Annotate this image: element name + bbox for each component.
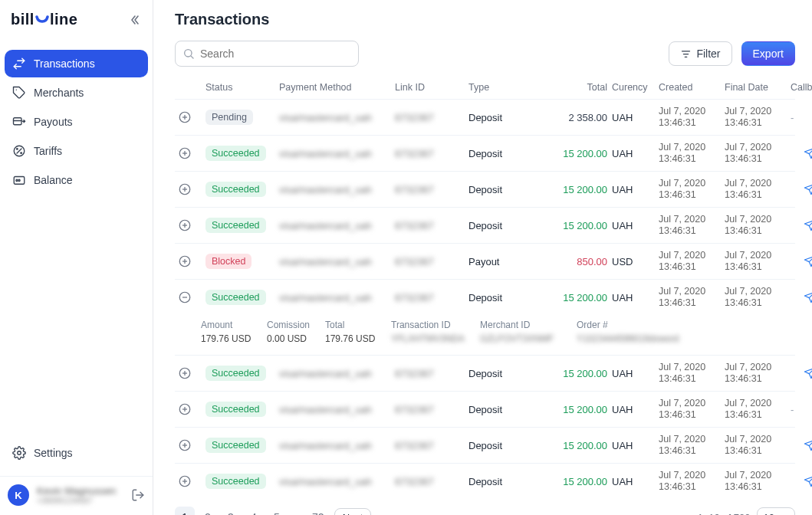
expand-row-button[interactable] (178, 474, 201, 488)
expand-row-button[interactable] (178, 402, 201, 416)
created-date: Jul 7, 202013:46:31 (659, 250, 720, 273)
collapse-sidebar-button[interactable] (128, 14, 140, 26)
type: Deposit (468, 404, 530, 415)
sidebar-item-transactions[interactable]: Transactions (5, 50, 148, 77)
col-created: Created (659, 82, 720, 93)
table-row[interactable]: Succeededvisa/mastercard_uah6732367Depos… (175, 391, 795, 427)
sidebar-item-payouts[interactable]: Payouts (5, 108, 148, 136)
col-payment-method: Payment Method (279, 82, 390, 93)
table-row[interactable]: Succeededvisa/mastercard_uah6732367Depos… (175, 207, 795, 243)
expand-row-button[interactable] (178, 110, 201, 124)
exp-val-transactionid: YFLXHTMV3NDA (391, 333, 465, 344)
app-logo: bill line (11, 11, 77, 28)
pager-page-2[interactable]: 2 (198, 507, 218, 515)
table-row[interactable]: Succeededvisa/mastercard_uah6732367Depos… (175, 171, 795, 207)
status-badge: Succeeded (205, 474, 266, 489)
sidebar-item-label: Balance (34, 174, 73, 186)
table-row[interactable]: Succeededvisa/mastercard_uah6732367Depos… (175, 427, 795, 463)
svg-line-13 (191, 56, 193, 58)
expand-row-button[interactable] (178, 290, 201, 304)
callback-button[interactable] (791, 367, 812, 379)
final-date: Jul 7, 202013:46:31 (725, 434, 786, 457)
search-wrap (175, 41, 359, 67)
table-row[interactable]: Pendingvisa/mastercard_uah6732367Deposit… (175, 99, 795, 135)
expand-row-button[interactable] (178, 218, 201, 232)
sidebar-item-tariffs[interactable]: Tariffs (5, 137, 148, 165)
table-row-expanded: Amount179.76 USDComission0.00 USDTotal17… (175, 315, 795, 355)
callback-button[interactable] (791, 475, 812, 487)
link-id: 6732367 (395, 292, 464, 303)
final-date: Jul 7, 202013:46:31 (725, 214, 786, 237)
avatar: K (8, 484, 29, 506)
table-row[interactable]: Succeededvisa/mastercard_uah6732367Depos… (175, 279, 795, 315)
pager-page-5[interactable]: 5 (267, 507, 287, 515)
payment-method: visa/mastercard_uah (279, 256, 390, 267)
exp-label-total: Total (325, 320, 386, 330)
currency: UAH (612, 292, 654, 303)
status-badge: Succeeded (205, 402, 266, 417)
table-row[interactable]: Succeededvisa/mastercard_uah6732367Depos… (175, 135, 795, 171)
svg-marker-61 (804, 476, 812, 486)
callback-button[interactable] (791, 147, 812, 159)
status-badge: Succeeded (205, 218, 266, 233)
total: 2 358.00 (534, 112, 607, 123)
total: 15 200.00 (534, 476, 607, 487)
svg-marker-43 (804, 292, 812, 302)
expand-row-button[interactable] (178, 182, 201, 196)
final-date: Jul 7, 202013:46:31 (725, 286, 786, 309)
callback-button[interactable] (791, 219, 812, 231)
total: 15 200.00 (534, 292, 607, 303)
svg-marker-48 (804, 368, 812, 378)
callback-button[interactable] (791, 439, 812, 451)
callback-button[interactable] (791, 291, 812, 303)
pager-page-72[interactable]: 72 (308, 507, 328, 515)
sidebar-item-settings[interactable]: Settings (5, 439, 148, 467)
expand-row-button[interactable] (178, 366, 201, 380)
created-date: Jul 7, 202013:46:31 (659, 214, 720, 237)
sidebar-item-merchants[interactable]: Merchants (5, 79, 148, 107)
gear-icon (12, 446, 26, 460)
swap-icon (12, 57, 26, 71)
logout-button[interactable] (131, 488, 145, 502)
callback-button[interactable] (791, 183, 812, 195)
payment-method: visa/mastercard_uah (279, 368, 390, 379)
per-page-select[interactable]: 10 (757, 507, 795, 516)
sidebar-item-balance[interactable]: Balance (5, 166, 148, 194)
filter-button[interactable]: Filter (669, 41, 731, 66)
svg-point-12 (185, 50, 192, 57)
user-name: Kevin Magnussen (37, 486, 123, 497)
exp-label-transactionid: Transaction ID (391, 320, 475, 330)
user-menu[interactable]: K Kevin Magnussen +380991234567 (0, 476, 153, 515)
pager-page-3[interactable]: 3 (221, 507, 241, 515)
user-sub: +380991234567 (37, 497, 123, 505)
final-date: Jul 7, 202013:46:31 (725, 398, 786, 421)
table-row[interactable]: Succeededvisa/mastercard_uah6732367Depos… (175, 463, 795, 499)
table-row[interactable]: Succeededvisa/mastercard_uah6732367Depos… (175, 355, 795, 391)
currency: UAH (612, 220, 654, 231)
type: Deposit (468, 476, 530, 487)
pager-page-4[interactable]: 4 (244, 507, 264, 515)
final-date: Jul 7, 202013:46:31 (725, 470, 786, 493)
table-row[interactable]: Blockedvisa/mastercard_uah6732367Payout8… (175, 243, 795, 279)
type: Deposit (468, 184, 530, 195)
col-status: Status (205, 82, 275, 93)
callback-button[interactable] (791, 255, 812, 267)
status-badge: Succeeded (205, 438, 266, 453)
currency: UAH (612, 184, 654, 195)
link-id: 6732367 (395, 440, 464, 451)
exp-label-merchantid: Merchant ID (480, 320, 572, 330)
type: Deposit (468, 368, 530, 379)
payment-method: visa/mastercard_uah (279, 112, 390, 123)
export-button[interactable]: Export (741, 41, 795, 66)
col-type: Type (468, 82, 530, 93)
expand-row-button[interactable] (178, 254, 201, 268)
payment-method: visa/mastercard_uah (279, 148, 390, 159)
pager-next-button[interactable]: Next (334, 508, 372, 516)
pager-page-1[interactable]: 1 (175, 507, 195, 515)
pager-range: 1–10 of 720 (698, 512, 751, 516)
exp-val-comission: 0.00 USD (267, 333, 307, 344)
expand-row-button[interactable] (178, 438, 201, 452)
search-input[interactable] (175, 41, 359, 67)
created-date: Jul 7, 202013:46:31 (659, 178, 720, 201)
expand-row-button[interactable] (178, 146, 201, 160)
